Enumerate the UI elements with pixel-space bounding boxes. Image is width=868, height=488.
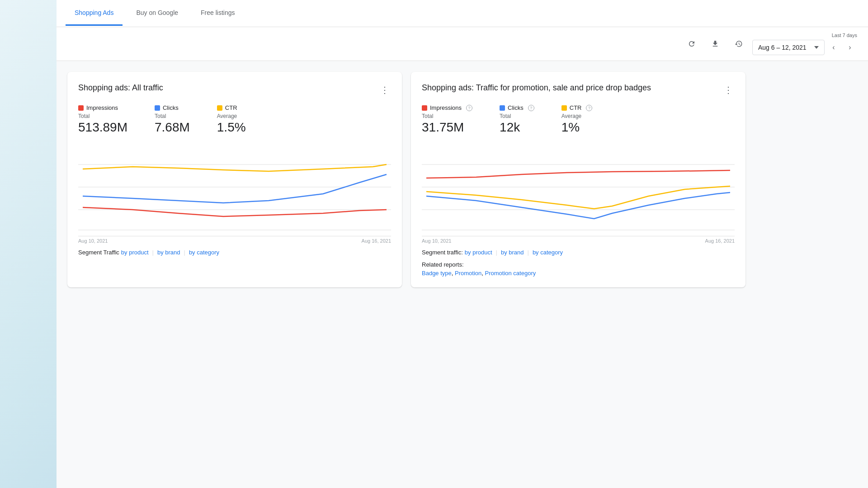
card1-segment-category[interactable]: by category	[189, 249, 219, 256]
card2-date-end: Aug 16, 2021	[705, 238, 735, 244]
card2-ctr-label: CTR	[570, 104, 582, 111]
card1-segment-brand[interactable]: by brand	[157, 249, 180, 256]
refresh-icon[interactable]	[684, 36, 700, 52]
card2-metrics: Impressions ? Total 31.75M Clicks ? Tota…	[422, 104, 735, 135]
card2-menu-icon[interactable]: ⋮	[722, 83, 735, 97]
card2-clicks-value: 12k	[500, 120, 534, 135]
card1-menu-icon[interactable]: ⋮	[378, 83, 391, 97]
impressions-dot	[78, 105, 84, 111]
card2-impressions-dot	[422, 105, 427, 111]
card-all-traffic: Shopping ads: All traffic ⋮ Impressions …	[67, 72, 402, 287]
card1-ctr-legend: CTR	[217, 104, 246, 111]
related-promotion[interactable]: Promotion	[455, 270, 481, 277]
card1-impressions-value: 513.89M	[78, 120, 127, 135]
card1-clicks-value: 7.68M	[155, 120, 190, 135]
card2-segment-product[interactable]: by product	[465, 249, 492, 256]
card2-ctr-value: 1%	[561, 120, 593, 135]
card2-segment-category[interactable]: by category	[533, 249, 563, 256]
comma1: ,	[452, 270, 455, 277]
toolbar: Last 7 days Aug 6 – 12, 2021 ‹ ›	[57, 27, 868, 61]
tab-free-listings[interactable]: Free listings	[192, 1, 244, 26]
separator1: |	[152, 249, 154, 256]
card2-separator2: |	[528, 249, 529, 256]
card1-header: Shopping ads: All traffic ⋮	[78, 83, 391, 97]
date-section: Last 7 days Aug 6 – 12, 2021 ‹ ›	[752, 33, 857, 55]
download-icon[interactable]	[707, 36, 723, 52]
related-promotion-category[interactable]: Promotion category	[485, 270, 536, 277]
card1-ctr-label: CTR	[225, 104, 237, 111]
card1-title: Shopping ads: All traffic	[78, 83, 163, 93]
related-reports-links: Badge type, Promotion, Promotion categor…	[422, 270, 735, 277]
card2-impressions-legend: Impressions ?	[422, 104, 472, 111]
date-dropdown[interactable]: Aug 6 – 12, 2021	[752, 40, 825, 55]
card2-clicks-legend: Clicks ?	[500, 104, 534, 111]
card1-date-end: Aug 16, 2021	[362, 238, 391, 244]
card2-impressions: Impressions ? Total 31.75M	[422, 104, 472, 135]
card2-ctr-legend: CTR ?	[561, 104, 593, 111]
prev-date-button[interactable]: ‹	[826, 40, 841, 55]
card2-ctr-sublabel: Average	[561, 113, 593, 119]
card1-ctr: CTR Average 1.5%	[217, 104, 246, 135]
card2-impressions-value: 31.75M	[422, 120, 472, 135]
date-picker: Aug 6 – 12, 2021 ‹ ›	[752, 40, 857, 55]
ctr-info-icon[interactable]: ?	[586, 105, 592, 111]
card1-clicks: Clicks Total 7.68M	[155, 104, 190, 135]
card1-clicks-label: Clicks	[163, 104, 179, 111]
card2-segment-traffic: Segment traffic: by product | by brand |…	[422, 249, 735, 256]
card1-date-start: Aug 10, 2021	[78, 238, 108, 244]
card2-clicks-sublabel: Total	[500, 113, 534, 119]
related-badge-type[interactable]: Badge type	[422, 270, 452, 277]
card1-clicks-sublabel: Total	[155, 113, 190, 119]
related-reports: Related reports: Badge type, Promotion, …	[422, 261, 735, 277]
card2-impressions-label: Impressions	[430, 104, 462, 111]
card2-separator1: |	[496, 249, 497, 256]
history-icon[interactable]	[731, 36, 747, 52]
card1-impressions-label: Impressions	[86, 104, 118, 111]
card2-chart-dates: Aug 10, 2021 Aug 16, 2021	[422, 236, 735, 244]
tab-shopping-ads[interactable]: Shopping Ads	[66, 1, 123, 26]
card2-ctr: CTR ? Average 1%	[561, 104, 593, 135]
tabs-bar: Shopping Ads Buy on Google Free listings	[57, 0, 868, 27]
card1-segment-traffic: Segment Traffic by product | by brand | …	[78, 249, 391, 256]
card1-chart-dates: Aug 10, 2021 Aug 16, 2021	[78, 236, 391, 244]
clicks-info-icon[interactable]: ?	[528, 105, 534, 111]
card2-date-start: Aug 10, 2021	[422, 238, 451, 244]
card2-ctr-dot	[561, 105, 567, 111]
date-value: Aug 6 – 12, 2021	[758, 44, 807, 51]
separator2: |	[184, 249, 185, 256]
toolbar-icons	[684, 36, 747, 52]
card2-segment-brand[interactable]: by brand	[501, 249, 524, 256]
card1-segment-label: Segment Traffic	[78, 249, 119, 256]
card1-segment-product[interactable]: by product	[121, 249, 149, 256]
card2-clicks-dot	[500, 105, 505, 111]
ctr-dot	[217, 105, 222, 111]
card1-impressions: Impressions Total 513.89M	[78, 104, 127, 135]
card2-impressions-sublabel: Total	[422, 113, 472, 119]
card2-header: Shopping ads: Traffic for promotion, sal…	[422, 83, 735, 97]
card1-chart	[78, 142, 391, 232]
card1-impressions-legend: Impressions	[78, 104, 127, 111]
related-reports-label: Related reports:	[422, 261, 735, 268]
date-label: Last 7 days	[832, 33, 857, 38]
card1-clicks-legend: Clicks	[155, 104, 190, 111]
card1-impressions-sublabel: Total	[78, 113, 127, 119]
comma2: ,	[481, 270, 485, 277]
next-date-button[interactable]: ›	[843, 40, 857, 55]
card1-ctr-value: 1.5%	[217, 120, 246, 135]
clicks-dot	[155, 105, 160, 111]
impressions-info-icon[interactable]: ?	[466, 105, 472, 111]
card1-ctr-sublabel: Average	[217, 113, 246, 119]
content-area: Shopping ads: All traffic ⋮ Impressions …	[57, 61, 868, 298]
card2-chart	[422, 142, 735, 232]
tab-buy-on-google[interactable]: Buy on Google	[127, 1, 187, 26]
card-promotion-traffic: Shopping ads: Traffic for promotion, sal…	[411, 72, 745, 287]
card1-metrics: Impressions Total 513.89M Clicks Total 7…	[78, 104, 391, 135]
card2-clicks: Clicks ? Total 12k	[500, 104, 534, 135]
card2-title: Shopping ads: Traffic for promotion, sal…	[422, 83, 651, 93]
card2-segment-label: Segment traffic:	[422, 249, 463, 256]
card2-clicks-label: Clicks	[508, 104, 524, 111]
